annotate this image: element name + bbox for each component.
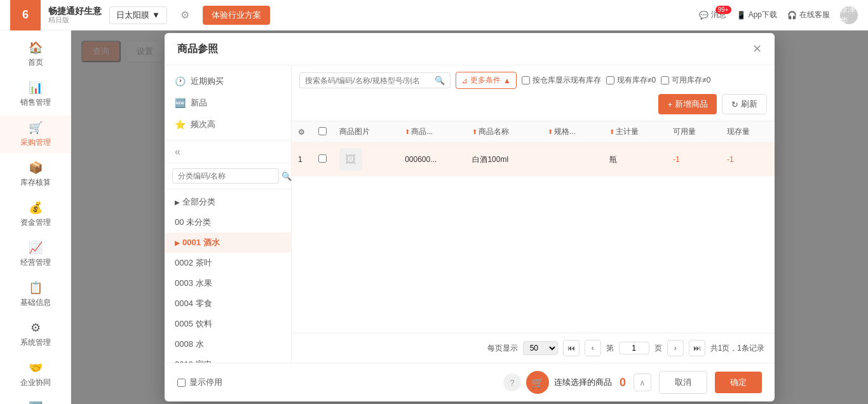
collapse-arrow-icon: « [175,146,180,158]
sidebar-item-home[interactable]: 🏠 首页 [0,36,71,73]
modal-body: 🕐 近期购买 🆕 新品 ⭐ 频次高 [165,65,775,363]
show-disabled-checkbox[interactable]: 显示停用 [177,377,222,388]
prev-page-btn[interactable]: ‹ [585,340,601,356]
th-unit: ⬆ 主计量 [603,121,667,143]
experience-btn[interactable]: 体验行业方案 [203,6,270,25]
help-icon: ? [510,378,514,387]
per-page-label: 每页显示 [487,343,518,354]
modal-right-toolbar: 🔍 ⊿ 更多条件 ▲ 按仓库显示现有库存 [292,65,775,121]
disabled-checkbox-input[interactable] [177,379,186,387]
row-checkbox[interactable] [318,154,327,163]
filter-label: 更多条件 [470,75,501,86]
settings-col-icon[interactable]: ⚙ [298,128,305,137]
cell-checkbox [312,143,333,177]
category-search-input[interactable] [172,168,279,184]
online-service-btn[interactable]: 🎧 在线客服 [787,10,830,20]
product-search-input[interactable] [305,76,432,85]
category-label: 0002 茶叶 [175,257,212,269]
th-image: 商品图片 [333,121,398,143]
sidebar-item-basic[interactable]: 📋 基础信息 [0,276,71,313]
footer-middle: ? 🛒 连续选择的商品 0 ∧ [503,371,651,394]
sidebar-item-system[interactable]: ⚙ 系统管理 [0,316,71,353]
toolbar-right-buttons: + 新增商品 ↻ 刷新 [658,94,767,114]
th-code: ⬆ 商品... [398,121,466,143]
category-label: 0003 水果 [175,278,212,289]
cart-btn[interactable]: 🛒 [526,371,549,394]
chevron-up-icon: ∧ [639,378,646,387]
th-name: ⬆ 商品名称 [466,121,541,143]
category-item-0008[interactable]: 0008 水 [165,334,291,354]
more-filter-btn[interactable]: ⊿ 更多条件 ▲ [456,72,517,89]
sidebar-item-sales[interactable]: 📊 销售管理 [0,76,71,113]
add-product-btn[interactable]: + 新增商品 [658,94,717,114]
table-row[interactable]: 1 🖼 [292,143,775,177]
help-btn[interactable]: ? [503,374,521,391]
tab-frequent[interactable]: ⭐ 频次高 [165,114,291,135]
add-icon: + [667,100,672,109]
modal-header: 商品参照 ✕ [165,33,775,65]
warehouse-stock-checkbox[interactable]: 按仓库显示现有库存 [522,75,601,86]
category-search-icon[interactable]: 🔍 [281,172,292,181]
footer-collapse-btn[interactable]: ∧ [634,374,651,391]
gear-icon[interactable]: ⚙ [175,5,195,25]
cell-code: 000600... [398,143,466,177]
cell-unit: 瓶 [603,143,667,177]
category-item-all[interactable]: ▶ 全部分类 [165,192,291,212]
select-all-checkbox[interactable] [318,127,327,135]
selector-dropdown[interactable]: 日太阳膜 ▼ [109,6,167,24]
category-label: 0008 水 [175,339,204,350]
first-page-btn[interactable]: ⏮ [563,340,580,356]
category-item-0001[interactable]: ▶ 0001 酒水 [165,232,291,253]
left-collapse-btn[interactable]: « [165,141,291,163]
existing-stock-checkbox[interactable]: 现有库存≠0 [606,75,656,86]
category-item-0005[interactable]: 0005 饮料 [165,314,291,334]
last-page-btn[interactable]: ⏭ [689,340,705,356]
category-item-0010[interactable]: 0010 家电 [165,354,291,363]
category-item-0002[interactable]: 0002 茶叶 [165,253,291,273]
table-header: ⚙ 商品图片 ⬆ [292,121,775,143]
sidebar-item-label: 库存核算 [20,177,51,188]
notification-btn[interactable]: 💬 消息 99+ [699,10,726,20]
sidebar-item-guide[interactable]: 🆕 新手引导 [0,396,71,404]
tab-label: 近期购买 [191,76,224,87]
confirm-btn[interactable]: 确定 [715,372,762,393]
category-item-00[interactable]: 00 未分类 [165,212,291,232]
cancel-btn[interactable]: 取消 [659,371,707,394]
sidebar: 🏠 首页 📊 销售管理 🛒 采购管理 📦 库存核算 💰 资金管理 📈 经营管理 … [0,30,71,404]
sidebar-item-finance[interactable]: 💰 资金管理 [0,196,71,233]
page-number-input[interactable] [619,342,649,354]
product-search-icon[interactable]: 🔍 [435,76,445,85]
refresh-btn[interactable]: ↻ 刷新 [722,94,767,114]
category-item-0003[interactable]: 0003 水果 [165,273,291,293]
selected-count-label: 连续选择的商品 [554,377,612,388]
sidebar-item-operation[interactable]: 📈 经营管理 [0,236,71,273]
cell-name: 白酒100ml [466,143,541,177]
modal-title: 商品参照 [177,43,218,56]
th-available: 可用量 [667,121,721,143]
sidebar-item-label: 企业协同 [20,377,51,388]
category-list: ▶ 全部分类 00 未分类 ▶ 0001 酒水 0002 茶 [165,189,291,363]
star-icon: ⭐ [175,119,186,130]
notification-badge: 99+ [715,6,731,14]
app-download-btn[interactable]: 📱 App下载 [736,10,777,20]
message-icon: 💬 [699,11,709,20]
sidebar-item-label: 销售管理 [20,97,51,108]
sidebar-item-purchase[interactable]: 🛒 采购管理 [0,116,71,153]
sidebar-item-inventory[interactable]: 📦 库存核算 [0,156,71,193]
category-arrow: ▶ [175,239,180,246]
tab-new-products[interactable]: 🆕 新品 [165,92,291,114]
navbar: 6 畅捷通好生意 精日版 日太阳膜 ▼ ⚙ 体验行业方案 💬 消息 99+ 📱 … [0,0,868,30]
selected-count-badge: 0 [620,376,626,389]
show-disabled-label: 显示停用 [189,377,222,388]
tab-recent-purchase[interactable]: 🕐 近期购买 [165,71,291,92]
brand-info: 畅捷通好生意 精日版 [48,6,102,25]
sidebar-item-label: 资金管理 [20,217,51,228]
next-page-btn[interactable]: › [667,340,684,356]
per-page-select[interactable]: 50 10 20 100 [523,341,558,355]
user-profile-btn[interactable]: 徐泽华 [840,6,858,24]
sidebar-item-enterprise[interactable]: 🤝 企业协同 [0,356,71,393]
tab-label: 新品 [191,97,207,109]
modal-close-button[interactable]: ✕ [752,42,762,56]
category-item-0004[interactable]: 0004 零食 [165,293,291,314]
available-stock-checkbox[interactable]: 可用库存≠0 [661,75,710,86]
